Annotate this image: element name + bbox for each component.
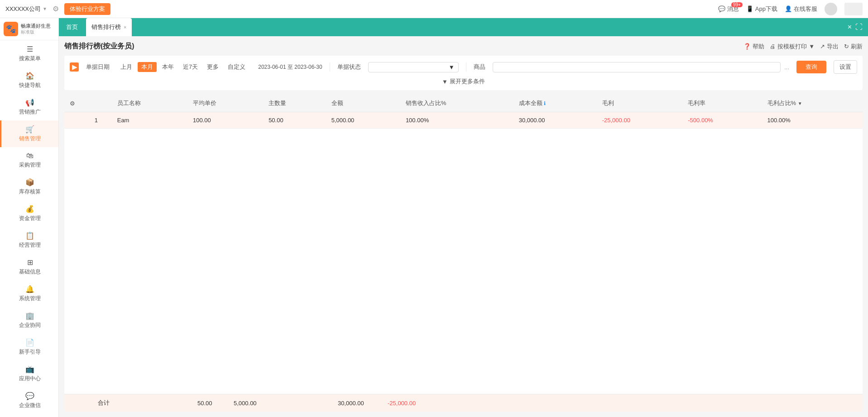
- footer-amount: 5,000.00: [234, 400, 288, 407]
- sidebar-item-label: 应用中心: [19, 375, 41, 383]
- apps-icon: 📺: [25, 365, 34, 374]
- sidebar-item-label: 销售管理: [19, 135, 41, 143]
- date-prev-month-btn[interactable]: 上月: [117, 62, 136, 72]
- service-label: 在线客服: [794, 5, 817, 13]
- goods-input[interactable]: [493, 62, 781, 72]
- sidebar-item-label: 企业微信: [19, 402, 41, 409]
- sidebar-item-system[interactable]: 🔔 系统管理: [0, 280, 58, 307]
- basic-icon: ⊞: [27, 258, 33, 267]
- status-chevron: ▼: [449, 64, 455, 71]
- sidebar-item-label: 营销推广: [19, 108, 41, 116]
- print-label: 按模板打印: [777, 43, 807, 51]
- expand-row: ▼ 展开更多条件: [70, 77, 857, 86]
- app-icon: 📱: [746, 5, 753, 12]
- goods-filter-label: 商品: [474, 63, 485, 71]
- sales-icon: 🛒: [25, 125, 34, 134]
- page-title: 销售排行榜(按业务员): [64, 42, 134, 51]
- tab-actions: × ⛶: [848, 23, 868, 31]
- sidebar-item-label: 库存核算: [19, 188, 41, 196]
- logo-name: 畅康通好生意: [21, 23, 51, 29]
- sidebar-item-member[interactable]: V 畅会员: [0, 414, 58, 417]
- online-service-button[interactable]: 👤 在线客服: [785, 5, 817, 13]
- sidebar-item-sales[interactable]: 🛒 销售管理: [0, 120, 58, 147]
- date-this-year-btn[interactable]: 本年: [158, 62, 177, 72]
- tab-bar: 首页 销售排行榜 × × ⛶: [59, 18, 868, 36]
- footer-qty: 50.00: [197, 400, 234, 407]
- cell-profit-rate: -500.00%: [682, 112, 762, 129]
- sidebar-item-finance[interactable]: 💰 资金管理: [0, 200, 58, 227]
- cell-row-settings: [64, 112, 81, 129]
- sidebar-item-label: 搜索菜单: [19, 55, 41, 62]
- home-icon: 🏠: [25, 72, 34, 80]
- tab-maximize-icon[interactable]: ⛶: [855, 23, 863, 31]
- query-button[interactable]: 查询: [796, 61, 826, 73]
- sidebar-item-enterprise[interactable]: 🏢 企业协同: [0, 307, 58, 334]
- sidebar-item-label: 系统管理: [19, 295, 41, 302]
- filter-area: ▶ 单据日期 上月 本月 本年 近7天 更多 自定义 2023-06-01 至 …: [64, 56, 863, 90]
- wechat-icon: 💬: [25, 392, 34, 400]
- date-this-month-btn[interactable]: 本月: [138, 62, 157, 72]
- date-7days-btn[interactable]: 近7天: [179, 62, 201, 72]
- filter-toggle-button[interactable]: ▶: [70, 62, 79, 72]
- expand-conditions-button[interactable]: ▼ 展开更多条件: [442, 77, 485, 86]
- sidebar-item-label: 经营管理: [19, 241, 41, 249]
- date-custom-btn[interactable]: 自定义: [224, 62, 249, 72]
- sidebar-item-operation[interactable]: 📋 经营管理: [0, 227, 58, 254]
- sidebar-item-search[interactable]: ☰ 搜索菜单: [0, 40, 58, 67]
- filter-divider-2: [466, 62, 466, 72]
- tab-close-icon[interactable]: ×: [124, 24, 126, 30]
- cell-avg-price: 100.00: [187, 112, 263, 129]
- print-button[interactable]: 🖨 按模板打印 ▼: [770, 43, 815, 51]
- export-button[interactable]: ↗ 导出: [820, 43, 839, 51]
- search-menu-icon: ☰: [27, 45, 33, 53]
- cell-qty: 50.00: [263, 112, 326, 129]
- sidebar-item-inventory[interactable]: 📦 库存核算: [0, 173, 58, 200]
- date-more-btn[interactable]: 更多: [203, 62, 222, 72]
- trial-button[interactable]: 体验行业方案: [64, 3, 110, 15]
- col-sales-pct: 销售收入占比%: [400, 95, 513, 112]
- sales-ranking-table: ⚙ 员工名称 平均单价 主数量 全额 销售收入占比% 成本全额 ℹ 毛利 毛利率…: [64, 95, 863, 129]
- sidebar-item-guide[interactable]: 📄 新手引导: [0, 334, 58, 360]
- expand-label: 展开更多条件: [450, 77, 485, 86]
- help-button[interactable]: ❓ 帮助: [743, 43, 764, 51]
- tab-home[interactable]: 首页: [59, 18, 85, 36]
- col-avg-price: 平均单价: [187, 95, 263, 112]
- refresh-label: 刷新: [851, 43, 863, 51]
- sidebar-item-marketing[interactable]: 📢 营销推广: [0, 94, 58, 120]
- page-header: 销售排行榜(按业务员) ❓ 帮助 🖨 按模板打印 ▼ ↗ 导出: [64, 42, 863, 51]
- filter-row: ▶ 单据日期 上月 本月 本年 近7天 更多 自定义 2023-06-01 至 …: [70, 60, 857, 74]
- sidebar-item-label: 快捷导航: [19, 81, 41, 89]
- footer-total-label: 合计: [98, 399, 152, 407]
- sidebar-item-apps[interactable]: 📺 应用中心: [0, 360, 58, 387]
- filter-divider-1: [330, 62, 330, 72]
- cell-name: Eam: [112, 112, 187, 129]
- status-select[interactable]: ▼: [368, 62, 459, 72]
- tab-sales-ranking[interactable]: 销售排行榜 ×: [86, 18, 132, 36]
- date-range-display: 2023-06-01 至 2023-06-30: [258, 63, 322, 71]
- cell-rank: 1: [81, 112, 112, 129]
- export-label: 导出: [827, 43, 839, 51]
- tab-minimize-icon[interactable]: ×: [848, 23, 852, 31]
- avatar[interactable]: [825, 3, 837, 15]
- app-download-button[interactable]: 📱 App下载: [746, 5, 777, 13]
- print-chevron: ▼: [809, 43, 815, 50]
- top-right-actions: 💬 消息 99+ 📱 App下载 👤 在线客服: [718, 3, 863, 15]
- export-icon: ↗: [820, 43, 825, 50]
- sidebar-item-purchase[interactable]: 🛍 采购管理: [0, 147, 58, 173]
- company-selector[interactable]: XXXXXX公司 ▼: [5, 5, 47, 13]
- refresh-button[interactable]: ↻ 刷新: [844, 43, 863, 51]
- message-button[interactable]: 💬 消息 99+: [718, 5, 739, 13]
- topbar-settings-icon[interactable]: ⚙: [53, 5, 59, 13]
- sidebar-item-quick-nav[interactable]: 🏠 快捷导航: [0, 67, 58, 94]
- guide-icon: 📄: [25, 338, 34, 347]
- cell-cost: 30,000.00: [513, 112, 597, 129]
- sidebar-item-wechat[interactable]: 💬 企业微信: [0, 387, 58, 414]
- logo-area: 🐾 畅康通好生意 标准版: [0, 18, 58, 40]
- settings-button[interactable]: 设置: [834, 60, 857, 74]
- col-amount: 全额: [326, 95, 400, 112]
- system-icon: 🔔: [25, 285, 34, 293]
- col-profit-rate: 毛利率: [682, 95, 762, 112]
- sidebar-item-basic[interactable]: ⊞ 基础信息: [0, 254, 58, 280]
- table-empty-space: [64, 129, 863, 394]
- goods-more-btn[interactable]: ...: [784, 64, 789, 71]
